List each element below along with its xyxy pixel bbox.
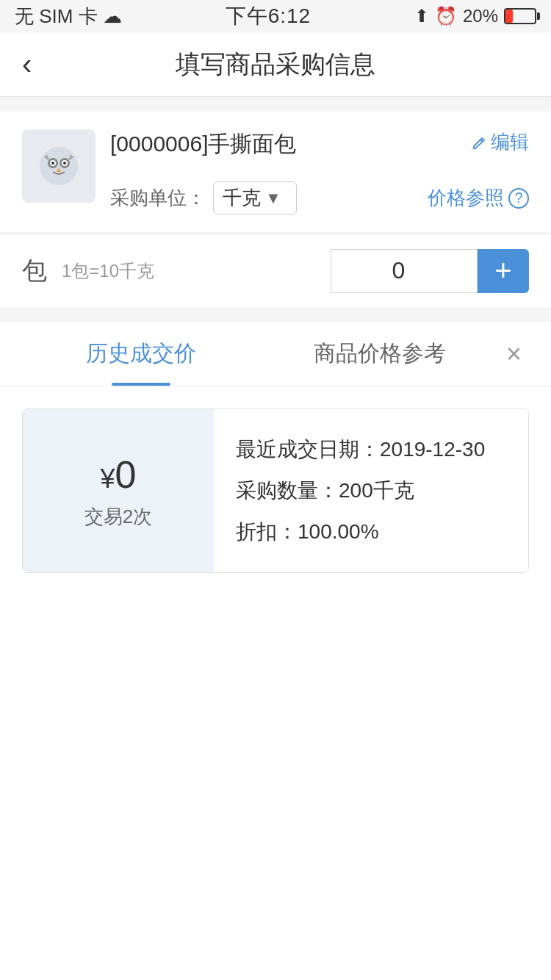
quantity-detail-value: 200千克 (339, 479, 414, 502)
edit-button[interactable]: 编辑 (472, 129, 529, 155)
price-ref-info-icon: ? (508, 188, 529, 209)
tab-product-price-ref[interactable]: 商品价格参考 (260, 322, 498, 386)
date-value: 2019-12-30 (380, 438, 485, 461)
status-left: 无 SIM 卡 ☁ (15, 4, 122, 29)
tab-product-price-ref-label: 商品价格参考 (314, 339, 446, 369)
product-top-row: [0000006]手撕面包 编辑 (110, 129, 529, 159)
back-button[interactable]: ‹ (22, 48, 66, 81)
discount-label: 折扣： (236, 520, 298, 543)
svg-point-6 (63, 162, 66, 165)
history-card: ¥0 交易2次 最近成交日期：2019-12-30 采购数量：200千克 折扣：… (22, 408, 529, 573)
tab-underline (112, 383, 170, 386)
status-right: ⬆ ⏰ 20% (414, 6, 536, 26)
unit-row: 采购单位： 千克 ▼ 价格参照 ? (110, 181, 529, 215)
sim-status: 无 SIM 卡 ☁ (15, 4, 122, 29)
product-thumbnail (22, 129, 96, 203)
currency-symbol: ¥ (101, 464, 115, 494)
tabs-header: 历史成交价 商品价格参考 × (0, 322, 551, 386)
tab-close-button[interactable]: × (499, 331, 529, 377)
price-ref-label: 价格参照 (428, 185, 504, 211)
location-icon: ⬆ (414, 6, 429, 26)
history-date-row: 最近成交日期：2019-12-30 (236, 434, 506, 465)
battery-percent: 20% (463, 6, 498, 26)
product-card: [0000006]手撕面包 编辑 采购单位： 千克 ▼ (0, 112, 551, 232)
quantity-input-wrap: + (331, 249, 529, 293)
history-content: ¥0 交易2次 最近成交日期：2019-12-30 采购数量：200千克 折扣：… (0, 386, 551, 595)
history-trades: 交易2次 (84, 504, 152, 530)
battery-fill (505, 10, 513, 23)
date-label: 最近成交日期： (236, 438, 380, 461)
quantity-row: 包 1包=10千克 + (0, 234, 551, 307)
quantity-plus-button[interactable]: + (478, 249, 529, 293)
quantity-input[interactable] (331, 249, 478, 293)
svg-point-0 (40, 147, 78, 185)
history-quantity-row: 采购数量：200千克 (236, 475, 506, 506)
history-discount-row: 折扣：100.00% (236, 516, 506, 547)
alarm-icon: ⏰ (435, 6, 457, 26)
history-right: 最近成交日期：2019-12-30 采购数量：200千克 折扣：100.00% (214, 409, 528, 572)
tab-history-price[interactable]: 历史成交价 (22, 322, 260, 386)
tabs-section: 历史成交价 商品价格参考 × ¥0 交易2次 最近成交日期：2019-12-30… (0, 322, 551, 595)
status-time: 下午6:12 (226, 2, 311, 30)
unit-select[interactable]: 千克 ▼ (213, 181, 297, 215)
dropdown-arrow-icon: ▼ (265, 189, 281, 208)
edit-icon (472, 134, 488, 151)
unit-label: 采购单位： (110, 185, 206, 211)
quantity-section: 包 1包=10千克 + (0, 234, 551, 307)
price-ref-button[interactable]: 价格参照 ? (428, 185, 529, 211)
quantity-sublabel: 1包=10千克 (62, 259, 316, 283)
product-info: [0000006]手撕面包 编辑 采购单位： 千克 ▼ (110, 129, 529, 215)
battery-icon (504, 8, 536, 24)
quantity-label: 包 (22, 254, 47, 288)
product-header: [0000006]手撕面包 编辑 采购单位： 千克 ▼ (22, 129, 529, 215)
nav-bar: ‹ 填写商品采购信息 (0, 32, 551, 97)
quantity-detail-label: 采购数量： (236, 479, 339, 502)
history-left: ¥0 交易2次 (23, 409, 214, 572)
product-image-icon (37, 144, 81, 188)
discount-value: 100.00% (298, 520, 379, 543)
history-price: ¥0 (101, 453, 137, 497)
page-title: 填写商品采购信息 (176, 48, 375, 82)
price-value: 0 (115, 453, 137, 496)
product-name: [0000006]手撕面包 (110, 129, 296, 159)
page-body (0, 595, 551, 980)
unit-left: 采购单位： 千克 ▼ (110, 181, 297, 215)
tab-history-price-label: 历史成交价 (86, 339, 196, 369)
svg-point-5 (51, 162, 54, 165)
unit-value: 千克 (223, 185, 261, 211)
status-bar: 无 SIM 卡 ☁ 下午6:12 ⬆ ⏰ 20% (0, 0, 551, 32)
